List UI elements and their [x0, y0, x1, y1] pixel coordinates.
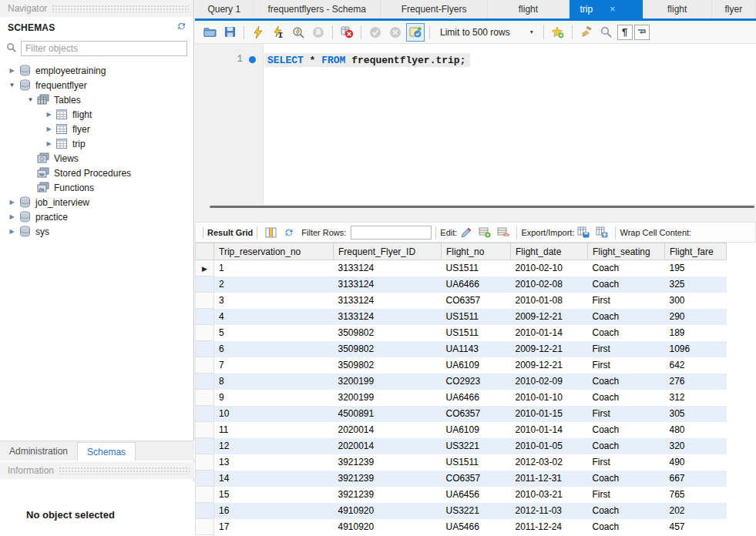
table-cell[interactable]: 3921239	[334, 487, 442, 503]
filter-objects-input[interactable]	[21, 41, 187, 56]
table-cell[interactable]: 9	[214, 390, 334, 406]
editor-results-splitter[interactable]	[195, 204, 756, 222]
table-row[interactable]: 53509802US15112010-01-14Coach189	[196, 325, 727, 341]
table-cell[interactable]: 3	[214, 293, 334, 309]
column-header-frequent_flyer_id[interactable]: Frequent_Flyer_ID	[334, 243, 442, 260]
commit-icon[interactable]	[366, 23, 385, 42]
table-cell[interactable]: Coach	[588, 390, 665, 406]
table-cell[interactable]: US1511	[442, 309, 511, 325]
row-selector-cell[interactable]	[196, 454, 214, 471]
rollback-icon[interactable]	[386, 23, 405, 42]
execute-current-statement-icon[interactable]	[269, 23, 287, 42]
table-row[interactable]: 164910920US32212012-11-03Coach202	[196, 503, 727, 519]
beautify-sql-icon[interactable]	[577, 23, 596, 42]
tree-item-frequentflyer[interactable]: ▼frequentflyer	[0, 78, 193, 92]
table-cell[interactable]: 3200199	[334, 374, 442, 390]
table-cell[interactable]: 2010-02-08	[511, 276, 588, 293]
sql-statement[interactable]: SELECT * FROM frequentflyer.trip;	[264, 53, 470, 67]
stop-query-icon[interactable]	[309, 23, 328, 42]
sql-editor[interactable]: 1 SELECT * FROM frequentflyer.trip;	[195, 44, 756, 204]
expand-arrow-icon[interactable]: ▶	[8, 228, 16, 235]
table-cell[interactable]: 490	[665, 454, 727, 471]
table-cell[interactable]: 3509802	[334, 357, 442, 374]
expand-arrow-icon[interactable]: ▶	[8, 67, 16, 74]
editor-tab-flyer[interactable]: flyer	[712, 0, 756, 18]
column-header-flight_date[interactable]: Flight_date	[511, 243, 588, 260]
column-header-flight_fare[interactable]: Flight_fare	[665, 243, 727, 260]
table-cell[interactable]: 3200199	[334, 390, 442, 406]
table-cell[interactable]: 7	[214, 357, 334, 374]
table-cell[interactable]: 16	[214, 503, 334, 519]
table-cell[interactable]: 325	[665, 276, 727, 293]
collapse-arrow-icon[interactable]: ▼	[8, 82, 16, 89]
table-cell[interactable]: 8	[214, 374, 334, 390]
table-cell[interactable]: CO6357	[442, 406, 511, 422]
table-cell[interactable]: 300	[665, 293, 727, 309]
column-header-flight_seating[interactable]: Flight_seating	[588, 243, 665, 260]
show-invisibles-icon[interactable]: ¶	[617, 25, 633, 40]
table-row[interactable]: 122020014US32212010-01-05Coach320	[196, 438, 727, 454]
export-results-icon[interactable]	[576, 225, 591, 240]
table-cell[interactable]: 312	[665, 390, 727, 406]
table-cell[interactable]: 2011-12-31	[511, 471, 588, 487]
table-cell[interactable]: CO6357	[442, 293, 511, 309]
row-selector-cell[interactable]	[196, 341, 214, 357]
table-cell[interactable]: 305	[665, 406, 727, 422]
table-cell[interactable]: Coach	[588, 519, 665, 535]
table-cell[interactable]: 2010-01-05	[511, 438, 588, 454]
table-cell[interactable]: Coach	[588, 503, 665, 519]
table-cell[interactable]: CO6357	[442, 471, 511, 487]
explain-plan-icon[interactable]	[289, 23, 307, 42]
table-cell[interactable]: 3921239	[334, 471, 442, 487]
table-cell[interactable]: Coach	[588, 422, 665, 438]
expand-arrow-icon[interactable]: ▶	[45, 140, 53, 147]
insert-row-icon[interactable]	[477, 225, 492, 240]
table-cell[interactable]: 2012-11-03	[511, 503, 588, 519]
table-row[interactable]: 43133124US15112009-12-21Coach290	[196, 309, 727, 325]
row-selector-cell[interactable]	[196, 293, 214, 309]
table-row[interactable]: 73509802UA61092009-12-21First642	[196, 357, 727, 374]
table-cell[interactable]: 765	[665, 487, 727, 503]
table-cell[interactable]: 2010-02-10	[511, 260, 588, 276]
table-cell[interactable]: 1096	[665, 341, 727, 357]
table-cell[interactable]: First	[588, 454, 665, 471]
table-cell[interactable]: 320	[665, 438, 727, 454]
import-records-icon[interactable]	[594, 225, 610, 240]
table-cell[interactable]: First	[588, 293, 665, 309]
table-cell[interactable]: 3921239	[334, 454, 442, 471]
expand-arrow-icon[interactable]: ▶	[8, 199, 16, 206]
expand-arrow-icon[interactable]: ▶	[45, 126, 53, 132]
table-cell[interactable]: First	[588, 357, 665, 374]
table-cell[interactable]: UA6466	[442, 390, 511, 406]
table-row[interactable]: ▶13133124US15112010-02-10Coach195	[196, 260, 727, 276]
column-header-trip_reservation_no[interactable]: Trip_reservation_no	[214, 243, 334, 260]
table-cell[interactable]: 3133124	[334, 260, 442, 276]
expand-arrow-icon[interactable]: ▶	[8, 213, 16, 220]
open-file-icon[interactable]	[200, 23, 219, 42]
find-icon[interactable]	[597, 23, 616, 42]
row-selector-cell[interactable]	[196, 519, 214, 535]
editor-tab-query-1[interactable]: Query 1	[195, 0, 254, 18]
table-cell[interactable]: Coach	[588, 438, 665, 454]
table-cell[interactable]: 2010-01-10	[511, 390, 588, 406]
table-row[interactable]: 153921239UA64562010-03-21First765	[196, 487, 727, 503]
table-cell[interactable]: 195	[665, 260, 727, 276]
table-cell[interactable]: 2010-03-21	[511, 487, 588, 503]
table-cell[interactable]: 3509802	[334, 325, 442, 341]
table-cell[interactable]: 202	[665, 503, 727, 519]
table-cell[interactable]: 642	[665, 357, 727, 374]
refresh-schemas-icon[interactable]	[176, 21, 187, 35]
row-selector-cell[interactable]	[196, 276, 214, 293]
row-selector-cell[interactable]	[196, 309, 214, 325]
edit-cell-icon[interactable]	[459, 225, 474, 240]
table-cell[interactable]: 17	[214, 519, 334, 535]
table-cell[interactable]: 2020014	[334, 438, 442, 454]
table-cell[interactable]: US1511	[442, 454, 511, 471]
table-cell[interactable]: UA5466	[442, 519, 511, 535]
table-cell[interactable]: 2020014	[334, 422, 442, 438]
table-cell[interactable]: CO2923	[442, 374, 511, 390]
close-tab-icon[interactable]: ×	[610, 4, 615, 15]
save-snippet-icon[interactable]	[549, 23, 567, 42]
row-selector-cell[interactable]	[196, 422, 214, 438]
column-visibility-icon[interactable]	[263, 225, 278, 240]
